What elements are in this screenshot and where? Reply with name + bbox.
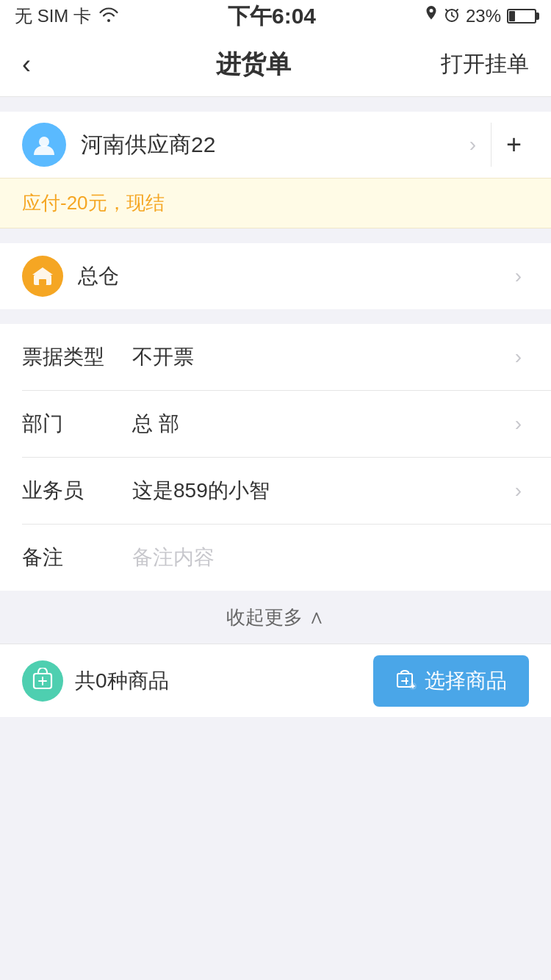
- add-supplier-button[interactable]: +: [499, 129, 529, 160]
- bill-type-chevron-icon: ›: [515, 345, 522, 369]
- battery-percent: 23%: [466, 6, 501, 26]
- warehouse-icon: [22, 256, 63, 297]
- page-title: 进货单: [216, 48, 291, 82]
- svg-point-1: [39, 137, 49, 147]
- warehouse-row[interactable]: 总仓 ›: [0, 243, 551, 309]
- notice-text: 应付-20元，现结: [22, 192, 165, 214]
- warehouse-name: 总仓: [78, 262, 515, 290]
- collapse-bar[interactable]: 收起更多 ∧: [0, 591, 551, 644]
- status-bar: 无 SIM 卡 下午6:04: [0, 0, 551, 32]
- status-left: 无 SIM 卡: [15, 4, 119, 28]
- back-button[interactable]: ‹: [22, 49, 66, 80]
- section-gap-1: [0, 97, 551, 112]
- notice-bar: 应付-20元，现结: [0, 178, 551, 228]
- remark-input[interactable]: 备注内容: [132, 544, 529, 572]
- supplier-avatar: [22, 123, 66, 167]
- carrier-label: 无 SIM 卡: [15, 4, 91, 28]
- dept-chevron-icon: ›: [515, 412, 522, 436]
- open-pending-button[interactable]: 打开挂单: [441, 49, 529, 79]
- nav-bar: ‹ 进货单 打开挂单: [0, 32, 551, 97]
- svg-rect-3: [39, 279, 46, 285]
- staff-value: 这是859的小智: [132, 477, 515, 505]
- select-product-label: 选择商品: [425, 667, 507, 695]
- warehouse-chevron-icon: ›: [515, 264, 522, 288]
- bottom-bar: 共0种商品 选择商品: [0, 644, 551, 717]
- bill-type-label: 票据类型: [22, 343, 118, 371]
- status-time: 下午6:04: [228, 1, 316, 32]
- location-icon: [425, 6, 438, 26]
- product-count-icon: [22, 660, 63, 702]
- supplier-chevron-icon: ›: [469, 133, 476, 156]
- vertical-divider: [491, 123, 491, 167]
- section-gap-2: [0, 228, 551, 243]
- bill-type-value: 不开票: [132, 343, 515, 371]
- product-count-text: 共0种商品: [75, 667, 373, 695]
- dept-row[interactable]: 部门 总 部 ›: [0, 391, 551, 457]
- supplier-card: 河南供应商22 › + 应付-20元，现结: [0, 112, 551, 228]
- wifi-icon: [98, 6, 119, 26]
- select-product-button[interactable]: 选择商品: [373, 655, 529, 707]
- staff-row[interactable]: 业务员 这是859的小智 ›: [0, 458, 551, 524]
- remark-label: 备注: [22, 544, 118, 572]
- collapse-text: 收起更多 ∧: [226, 605, 324, 630]
- remark-row[interactable]: 备注 备注内容: [0, 525, 551, 591]
- form-card: 票据类型 不开票 › 部门 总 部 › 业务员 这是859的小智 › 备注 备注…: [0, 324, 551, 591]
- staff-chevron-icon: ›: [515, 479, 522, 502]
- status-right: 23%: [425, 6, 536, 26]
- battery-icon: [507, 9, 536, 24]
- dept-label: 部门: [22, 410, 118, 438]
- section-gap-3: [0, 309, 551, 324]
- staff-label: 业务员: [22, 477, 118, 505]
- page: 无 SIM 卡 下午6:04: [0, 0, 551, 980]
- alarm-icon: [444, 6, 460, 26]
- warehouse-card: 总仓 ›: [0, 243, 551, 309]
- supplier-name: 河南供应商22: [81, 130, 469, 160]
- dept-value: 总 部: [132, 410, 515, 438]
- bill-type-row[interactable]: 票据类型 不开票 ›: [0, 324, 551, 390]
- supplier-row[interactable]: 河南供应商22 › +: [0, 112, 551, 178]
